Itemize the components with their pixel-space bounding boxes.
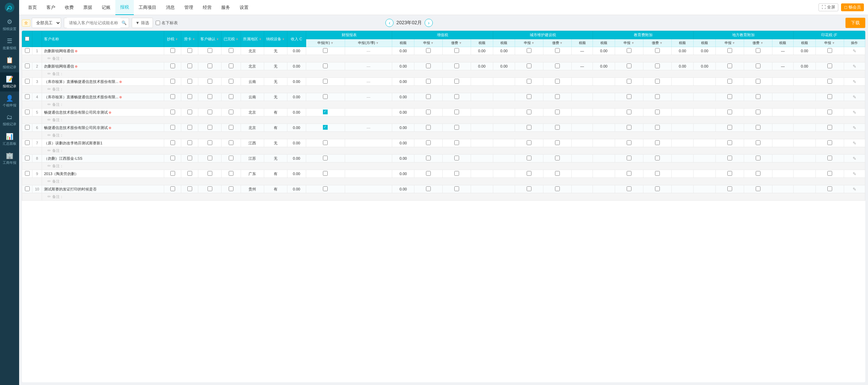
checkbox-unchecked[interactable] <box>426 140 431 145</box>
checkbox-unchecked[interactable] <box>229 171 233 176</box>
checkbox-unchecked[interactable] <box>187 140 192 145</box>
checkbox-unchecked[interactable] <box>208 63 212 68</box>
sidebar-item-baoshuishezhi[interactable]: ⚙ 报税设置 <box>0 15 19 34</box>
checkbox-unchecked[interactable] <box>170 186 175 191</box>
sub-caibao-year[interactable]: 申报(年)▼ <box>306 39 345 47</box>
checkbox-unchecked[interactable] <box>655 79 660 84</box>
checkbox-unchecked[interactable] <box>170 94 175 99</box>
checkbox-unchecked[interactable] <box>229 110 233 114</box>
checkbox-unchecked[interactable] <box>187 171 192 176</box>
sub-difang-jf[interactable]: 缴费▼ <box>744 39 772 47</box>
checkbox-unchecked[interactable] <box>527 94 531 99</box>
checkbox-unchecked[interactable] <box>756 171 760 176</box>
row-checkbox[interactable] <box>25 171 30 176</box>
edit-icon[interactable]: ✎ <box>853 64 856 69</box>
checkbox-unchecked[interactable] <box>555 171 560 176</box>
checkbox-unchecked[interactable] <box>454 125 459 130</box>
fullscreen-button[interactable]: ⛶ 全屏 <box>819 3 838 11</box>
data-table-wrap[interactable]: 客户名称 抄税▼ 滑卡▼ 客户确认▼ 已完税▼ 所属地区▼ 纳税设备▼ 收入 C… <box>22 31 865 382</box>
checkbox-unchecked[interactable] <box>208 171 212 176</box>
nav-xiaox[interactable]: 消息 <box>161 0 180 15</box>
checkbox-unchecked[interactable] <box>323 79 328 84</box>
checkbox-unchecked[interactable] <box>727 156 732 160</box>
edit-icon[interactable]: ✎ <box>853 125 856 130</box>
checkbox-unchecked[interactable] <box>170 48 175 53</box>
row-checkbox[interactable] <box>25 79 30 84</box>
checkbox-unchecked[interactable] <box>187 110 192 114</box>
checkbox-unchecked[interactable] <box>454 171 459 176</box>
checkbox-unchecked[interactable] <box>555 94 560 99</box>
date-prev-button[interactable]: ‹ <box>385 19 394 27</box>
checkbox-unchecked[interactable] <box>454 94 459 99</box>
sidebar-item-piliangbaoshu[interactable]: ☰ 批量报税 <box>0 34 19 53</box>
checkbox-unchecked[interactable] <box>170 171 175 176</box>
checkbox-unchecked[interactable] <box>454 79 459 84</box>
row-checkbox[interactable] <box>25 94 30 99</box>
checkbox-unchecked[interactable] <box>454 156 459 160</box>
checkbox-unchecked[interactable] <box>827 125 832 130</box>
download-button[interactable]: 下载 <box>845 18 865 28</box>
checkbox-unchecked[interactable] <box>426 110 431 114</box>
checkbox-unchecked[interactable] <box>727 79 732 84</box>
checkbox-unchecked[interactable] <box>229 94 233 99</box>
checkbox-unchecked[interactable] <box>527 186 531 191</box>
checkbox-unchecked[interactable] <box>727 110 732 114</box>
checkbox-unchecked[interactable] <box>756 140 760 145</box>
checkbox-unchecked[interactable] <box>627 79 631 84</box>
checkbox-unchecked[interactable] <box>655 110 660 114</box>
sub-zengjia-jf[interactable]: 缴费▼ <box>442 39 471 47</box>
checkbox-unchecked[interactable] <box>655 156 660 160</box>
checkbox-unchecked[interactable] <box>727 186 732 191</box>
checkbox-unchecked[interactable] <box>208 110 212 114</box>
checkbox-unchecked[interactable] <box>727 63 732 68</box>
checkbox-unchecked[interactable] <box>208 186 212 191</box>
checkbox-unchecked[interactable] <box>627 171 631 176</box>
row-checkbox[interactable] <box>25 110 30 114</box>
sub-chengshi-jf[interactable]: 缴费▼ <box>543 39 572 47</box>
checkbox-unchecked[interactable] <box>187 63 192 68</box>
checkbox-unchecked[interactable] <box>170 140 175 145</box>
edit-icon[interactable]: ✎ <box>853 110 856 115</box>
select-all-checkbox[interactable] <box>25 37 29 41</box>
checkbox-unchecked[interactable] <box>229 125 233 130</box>
checkbox-unchecked[interactable] <box>208 79 212 84</box>
checkbox-unchecked[interactable] <box>756 79 760 84</box>
checkbox-unchecked[interactable] <box>170 110 175 114</box>
checkbox-unchecked[interactable] <box>187 79 192 84</box>
action-cell[interactable]: ✎ <box>844 78 865 86</box>
checkbox-unchecked[interactable] <box>627 94 631 99</box>
checkbox-unchecked[interactable] <box>229 156 233 160</box>
checkbox-unchecked[interactable] <box>655 94 660 99</box>
checkbox-unchecked[interactable] <box>555 110 560 114</box>
checkbox-unchecked[interactable] <box>323 94 328 99</box>
checkbox-unchecked[interactable] <box>756 110 760 114</box>
checkbox-unchecked[interactable] <box>627 63 631 68</box>
nav-piaoju[interactable]: 票据 <box>79 0 97 15</box>
checkbox-unchecked[interactable] <box>827 94 832 99</box>
nav-gongshang[interactable]: 工商项目 <box>134 0 161 15</box>
checkbox-unchecked[interactable] <box>827 186 832 191</box>
row-checkbox[interactable] <box>25 140 30 145</box>
checkbox-unchecked[interactable] <box>187 125 192 130</box>
named-checkbox[interactable] <box>156 18 160 28</box>
checkbox-unchecked[interactable] <box>229 186 233 191</box>
checkbox-unchecked[interactable] <box>527 79 531 84</box>
checkbox-unchecked[interactable] <box>527 156 531 160</box>
checkbox-unchecked[interactable] <box>527 171 531 176</box>
checkbox-unchecked[interactable] <box>827 48 832 53</box>
checkbox-unchecked[interactable] <box>727 94 732 99</box>
checkbox-unchecked[interactable] <box>229 140 233 145</box>
checkbox-unchecked[interactable] <box>555 186 560 191</box>
checkbox-unchecked[interactable] <box>187 156 192 160</box>
checkbox-unchecked[interactable] <box>827 79 832 84</box>
header-nashebei[interactable]: 纳税设备▼ <box>264 31 287 47</box>
checkbox-unchecked[interactable] <box>454 48 459 53</box>
edit-icon[interactable]: ✎ <box>853 95 856 100</box>
checkbox-unchecked[interactable] <box>170 79 175 84</box>
row-checkbox[interactable] <box>25 186 30 191</box>
checkbox-unchecked[interactable] <box>655 125 660 130</box>
search-input[interactable] <box>66 18 121 28</box>
checkbox-unchecked[interactable] <box>727 125 732 130</box>
checkbox-unchecked[interactable] <box>655 171 660 176</box>
checkbox-unchecked[interactable] <box>170 156 175 160</box>
